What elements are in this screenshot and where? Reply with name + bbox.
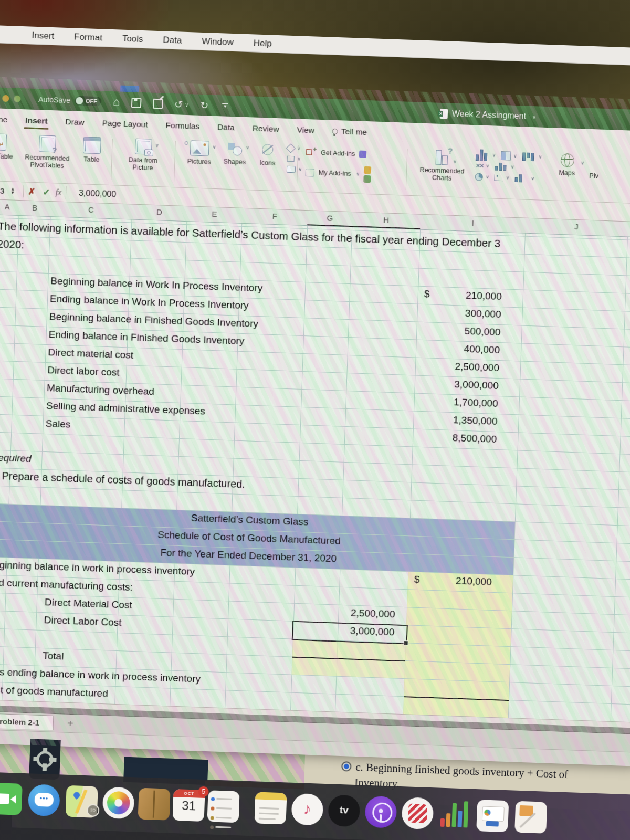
grid-cell[interactable] [0,325,15,343]
3d-models-icon[interactable]: ∨ [288,144,303,153]
grid-cell[interactable] [236,370,302,389]
grid-cell[interactable] [516,468,620,489]
column-header-A[interactable]: A [0,202,19,212]
combo-chart-icon[interactable]: ∨ [514,174,534,183]
grid-cell[interactable] [180,385,236,405]
keynote-dock-icon[interactable] [476,800,509,832]
grid-cell[interactable] [225,690,291,710]
grid-cell[interactable] [130,258,186,278]
grid-cell[interactable] [226,655,292,674]
selected-cell-outline[interactable] [292,621,408,645]
undo-icon[interactable]: ↺∨ [174,98,189,111]
pivottable-button[interactable]: ↵ PivotTable [0,133,18,161]
grid-cell[interactable] [8,487,41,505]
grid-cell[interactable] [171,653,227,673]
grid-cell[interactable] [297,497,343,516]
tell-me-button[interactable]: Tell me [331,124,368,139]
grid-cell[interactable] [0,361,14,379]
grid-cell[interactable] [123,455,179,474]
grid-cell[interactable] [228,583,295,603]
grid-cell[interactable] [4,612,37,630]
calendar-dock-icon[interactable]: OCT315 [173,789,205,822]
column-header-E[interactable]: E [187,208,243,219]
grid-cell[interactable] [304,300,350,319]
facetime-dock-icon[interactable] [0,783,23,815]
grid-cell[interactable] [42,434,124,454]
pivotchart-button-partial[interactable]: Piv [585,154,604,181]
grid-cell[interactable] [11,415,44,434]
grid-cell[interactable] [0,414,12,433]
grid-cell[interactable] [521,326,625,347]
ribbon-collapse-icon[interactable]: ▾ [222,103,228,108]
grid-cell[interactable] [185,243,242,262]
grid-cell[interactable] [237,334,304,353]
grid-cell[interactable] [116,651,172,670]
confirm-icon[interactable]: ✓ [43,186,50,197]
grid-cell[interactable] [348,320,417,340]
grid-cell[interactable] [342,480,412,500]
shapes-button[interactable]: ∨ Shapes [218,141,252,166]
grid-cell[interactable] [235,405,301,425]
grid-cell[interactable] [0,343,15,361]
grid-cell[interactable] [240,262,307,282]
grid-cell[interactable] [16,272,49,291]
grid-cell[interactable] [342,498,411,518]
grid-cell[interactable] [233,459,300,478]
menu-item-window[interactable]: Window [202,36,234,47]
column-header-I[interactable]: I [420,217,525,229]
column-header-B[interactable]: B [19,203,51,213]
grid-cell[interactable] [343,463,412,482]
grid-cell[interactable] [516,486,619,507]
column-header-J[interactable]: J [525,220,627,233]
screenshot-icon[interactable]: ∨ [287,165,302,174]
minimize-window-button[interactable] [2,94,9,101]
grid-cell[interactable] [348,338,417,358]
grid-cell[interactable] [522,290,626,311]
grid-cell[interactable] [12,397,44,416]
grid-cell[interactable] [235,387,302,407]
grid-cell[interactable] [117,633,173,653]
tab-page-layout[interactable]: Page Layout [101,116,149,131]
grid-cell[interactable] [179,421,235,440]
column-header-C[interactable]: C [50,204,132,215]
grid-cell[interactable] [299,443,345,462]
grid-cell[interactable] [176,492,233,512]
grid-cell[interactable] [339,570,408,590]
grid-cell[interactable] [15,308,47,327]
grid-cell[interactable] [339,587,408,607]
grid-cell[interactable] [515,504,618,525]
waterfall-chart-icon[interactable]: ∨ [522,152,542,161]
column-chart-icon[interactable]: ∨ [476,150,496,159]
tab-draw[interactable]: Draw [64,115,86,129]
grid-cell[interactable] [3,647,36,665]
column-header-D[interactable]: D [132,206,187,217]
grid-cell[interactable] [49,238,131,258]
grid-cell[interactable] [40,488,122,508]
grid-cell[interactable] [15,290,48,309]
formula-bar-value[interactable]: 3,000,000 [79,188,117,199]
grid-cell[interactable] [0,432,12,450]
menu-item-data[interactable]: Data [163,35,182,46]
grid-cell[interactable] [335,677,405,697]
grid-cell[interactable] [117,615,173,635]
grid-cell[interactable] [170,689,226,708]
redo-icon[interactable]: ↻ [200,99,209,111]
grid-cell[interactable] [306,247,352,266]
grid-cell[interactable] [124,419,180,438]
menu-item-tools[interactable]: Tools [122,33,143,44]
save-icon[interactable] [131,98,142,108]
grid-cell[interactable] [295,568,340,587]
grid-cell[interactable] [509,682,612,704]
grid-cell[interactable] [523,255,627,276]
tab-data[interactable]: Data [216,120,236,134]
line-chart-icon[interactable]: ∨ [495,173,510,182]
grid-cell[interactable] [234,423,301,443]
music-dock-icon[interactable]: ♪ [291,793,323,826]
news-dock-icon[interactable] [401,797,434,830]
grid-cell[interactable] [0,289,17,308]
appletv-dock-icon[interactable]: tv [328,794,360,827]
messages-dock-icon[interactable]: ••• [28,784,60,816]
maps-button[interactable]: Maps ∨ [551,153,584,177]
grid-cell[interactable] [172,617,228,637]
pages-dock-icon[interactable] [514,801,547,834]
